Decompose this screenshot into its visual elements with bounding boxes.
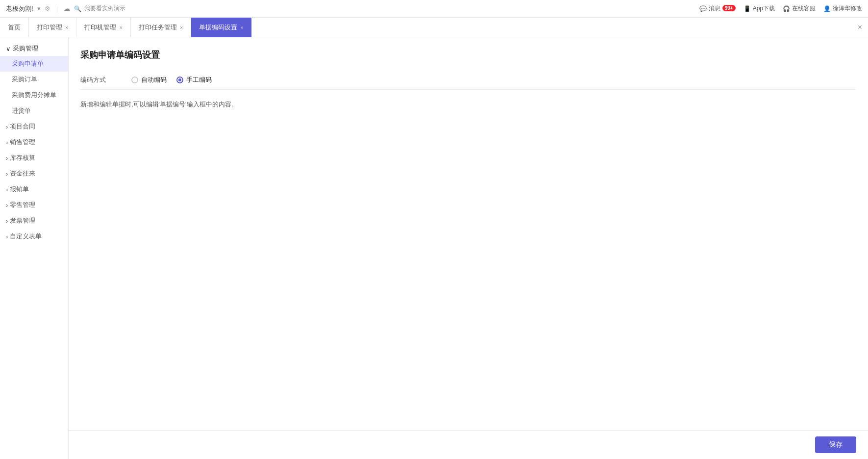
chevron-right-icon: › [6,123,8,130]
top-bar-left: 老板勿割! ▾ ⚙ | ☁ 🔍 我要看实例演示 [6,4,125,13]
sidebar-group-retail[interactable]: › 零售管理 [0,197,68,213]
sidebar-item-purchase-expense-label: 采购费用分摊单 [12,91,56,100]
sidebar-group-reimbursement[interactable]: › 报销单 [0,181,68,197]
sidebar-group-invoice-label: 发票管理 [10,216,35,225]
content-footer: 保存 [69,430,868,459]
sidebar-item-purchase-order[interactable]: 采购订单 [0,72,68,87]
sidebar-group-invoice[interactable]: › 发票管理 [0,213,68,229]
radio-manual-code[interactable]: 手工编码 [176,76,212,84]
hint-text: 新增和编辑单据时,可以编辑'单据编号'输入框中的内容。 [80,100,856,110]
radio-auto-code[interactable]: 自动编码 [131,76,167,84]
radio-auto-code-label: 自动编码 [141,76,167,84]
chevron-right-icon: › [6,170,8,178]
online-service-button[interactable]: 🎧 在线客服 [783,4,816,13]
sidebar-item-goods-receipt[interactable]: 进货单 [0,103,68,119]
tab-print-management-close[interactable]: × [65,25,68,30]
page-title: 采购申请单编码设置 [80,49,856,61]
sidebar-item-purchase-request-label: 采购申请单 [12,59,44,68]
tab-home-label: 首页 [8,23,21,32]
sidebar-group-custom-form[interactable]: › 自定义表单 [0,229,68,244]
brand-label: 老板勿割! [6,4,33,13]
sidebar-group-inventory-label: 库存核算 [10,153,35,162]
tab-printer-management[interactable]: 打印机管理 × [76,18,130,37]
sidebar-group-sales-label: 销售管理 [10,138,35,147]
sidebar-group-sales[interactable]: › 销售管理 [0,134,68,150]
tab-print-task[interactable]: 打印任务管理 × [131,18,191,37]
tab-print-task-label: 打印任务管理 [139,23,177,32]
settings-icon[interactable]: ⚙ [45,5,50,12]
cloud-icon: ☁ [64,5,70,12]
tab-print-management[interactable]: 打印管理 × [29,18,76,37]
message-badge: 99+ [722,5,736,11]
sidebar-item-purchase-request[interactable]: 采购申请单 [0,56,68,72]
sidebar-group-inventory[interactable]: › 库存核算 [0,150,68,166]
chevron-right-icon: › [6,154,8,162]
divider: | [56,5,58,12]
message-button[interactable]: 💬 消息 99+ [699,4,736,13]
tab-code-setting-close[interactable]: × [240,25,243,30]
save-button[interactable]: 保存 [815,436,856,453]
search-icon: 🔍 [74,5,81,12]
content-body: 采购申请单编码设置 编码方式 自动编码 手工编码 新增和编辑单据时,可以编辑'单… [69,37,868,430]
sidebar-group-retail-label: 零售管理 [10,201,35,209]
content-area: 采购申请单编码设置 编码方式 自动编码 手工编码 新增和编辑单据时,可以编辑'单… [69,37,868,459]
sidebar-group-procurement-label: 采购管理 [13,44,38,53]
sidebar: ∨ 采购管理 采购申请单 采购订单 采购费用分摊单 进货单 › 项目合同 › 销… [0,37,69,459]
tab-code-setting[interactable]: 单据编码设置 × [191,18,251,37]
top-bar: 老板勿割! ▾ ⚙ | ☁ 🔍 我要看实例演示 💬 消息 99+ 📱 App下载… [0,0,868,18]
chevron-right-icon: › [6,186,8,193]
radio-manual-code-label: 手工编码 [186,76,212,84]
sidebar-group-funds[interactable]: › 资金往来 [0,166,68,181]
sidebar-group-funds-label: 资金往来 [10,169,35,178]
sidebar-item-goods-receipt-label: 进货单 [12,106,31,115]
search-area: 🔍 我要看实例演示 [74,4,125,13]
tab-home[interactable]: 首页 [0,18,29,37]
service-icon: 🎧 [783,5,790,12]
sidebar-group-project-contract[interactable]: › 项目合同 [0,119,68,134]
chevron-right-icon: › [6,139,8,146]
app-icon: 📱 [744,5,751,12]
coding-method-label: 编码方式 [80,76,120,84]
sidebar-group-custom-form-label: 自定义表单 [10,232,42,241]
radio-manual-code-circle[interactable] [176,76,183,83]
search-text[interactable]: 我要看实例演示 [84,4,125,13]
coding-method-radio-group: 自动编码 手工编码 [131,76,212,84]
tab-printer-management-close[interactable]: × [119,25,122,30]
tab-printer-management-label: 打印机管理 [84,23,116,32]
tab-bar-close-button[interactable]: × [852,23,868,32]
tab-code-setting-label: 单据编码设置 [199,23,237,32]
sidebar-group-project-contract-label: 项目合同 [10,122,35,131]
online-service-label: 在线客服 [792,4,816,13]
chevron-right-icon: › [6,217,8,225]
tab-print-management-label: 打印管理 [37,23,62,32]
chevron-down-icon: ∨ [6,45,11,52]
main-layout: ∨ 采购管理 采购申请单 采购订单 采购费用分摊单 进货单 › 项目合同 › 销… [0,37,868,459]
radio-auto-code-circle[interactable] [131,76,138,83]
user-icon: 👤 [823,5,831,12]
tab-bar: 首页 打印管理 × 打印机管理 × 打印任务管理 × 单据编码设置 × × [0,18,868,37]
coding-method-row: 编码方式 自动编码 手工编码 [80,71,856,90]
chevron-down-icon[interactable]: ▾ [37,5,41,12]
tab-print-task-close[interactable]: × [180,25,183,30]
message-label: 消息 [709,4,720,13]
sidebar-group-reimbursement-label: 报销单 [10,185,29,194]
sidebar-item-purchase-expense[interactable]: 采购费用分摊单 [0,87,68,103]
user-menu-button[interactable]: 👤 徐泽华修改 [823,4,862,13]
sidebar-group-procurement[interactable]: ∨ 采购管理 [0,41,68,56]
user-name: 徐泽华修改 [833,4,862,13]
sidebar-item-purchase-order-label: 采购订单 [12,75,37,84]
top-bar-right: 💬 消息 99+ 📱 App下载 🎧 在线客服 👤 徐泽华修改 [699,4,862,13]
chevron-right-icon: › [6,233,8,240]
message-icon: 💬 [699,5,707,12]
chevron-right-icon: › [6,202,8,209]
app-download-button[interactable]: 📱 App下载 [744,4,775,13]
app-download-label: App下载 [753,4,775,13]
